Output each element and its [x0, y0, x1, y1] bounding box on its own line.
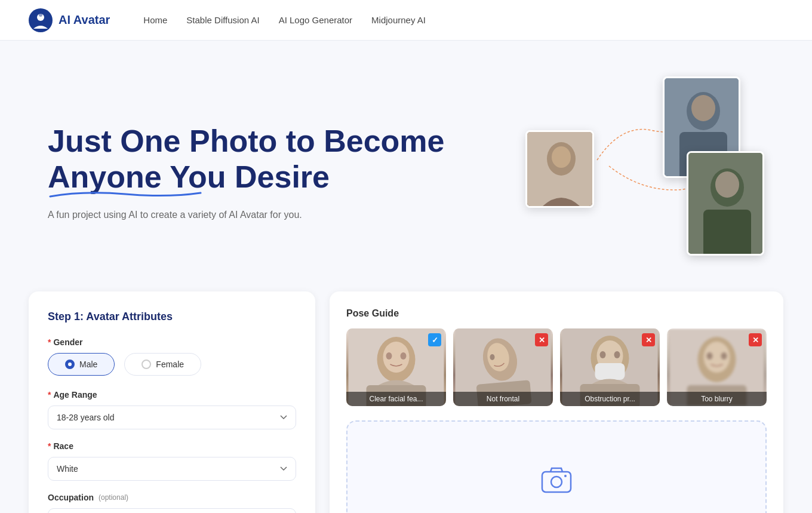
pose-obstruction-label: Obstruction pr... [560, 392, 660, 406]
occupation-field: Occupation (optional) ✕ [48, 493, 296, 513]
hero-section: Just One Photo to Become Anyone You Desi… [0, 41, 812, 291]
svg-point-11 [691, 95, 715, 121]
nav-ai-logo[interactable]: AI Logo Generator [279, 15, 352, 25]
age-range-label: * Age Range [48, 390, 296, 400]
svg-point-25 [490, 354, 495, 360]
pose-obstruction-icon: ✕ [642, 333, 655, 346]
gender-field: * Gender Male Female [48, 337, 296, 376]
logo[interactable]: AI Avatar [29, 8, 110, 32]
avatar-form-panel: Step 1: Avatar Attributes * Gender Male … [29, 291, 315, 513]
svg-point-42 [564, 475, 567, 477]
nav-links: Home Stable Diffusion AI AI Logo Generat… [143, 15, 426, 25]
occupation-optional: (optional) [99, 493, 128, 502]
pose-obstruction: ✕ Obstruction pr... [560, 328, 660, 406]
pose-blurry-label: Too blurry [667, 392, 767, 406]
occupation-input[interactable] [48, 508, 296, 513]
svg-point-20 [401, 352, 407, 360]
gender-options: Male Female [48, 353, 296, 376]
gender-label: * Gender [48, 337, 296, 347]
age-range-field: * Age Range 18-28 years old 29-39 years … [48, 390, 296, 429]
pose-good: ✓ Clear facial fea... [346, 328, 446, 406]
pose-blurry-icon: ✕ [749, 333, 762, 346]
svg-rect-32 [595, 363, 625, 380]
hero-result-image-2 [687, 151, 764, 256]
hero-left: Just One Photo to Become Anyone You Desi… [48, 124, 490, 220]
pose-good-label: Clear facial fea... [346, 392, 446, 406]
navbar: AI Avatar Home Stable Diffusion AI AI Lo… [0, 0, 812, 41]
nav-midjourney[interactable]: Midjourney AI [371, 15, 426, 25]
svg-point-38 [721, 352, 727, 360]
svg-point-15 [715, 171, 739, 198]
pose-guide-panel: Pose Guide ✓ Clear [330, 291, 783, 513]
occupation-label: Occupation (optional) [48, 493, 296, 502]
svg-point-2 [39, 13, 42, 17]
hero-source-image [525, 130, 594, 208]
nav-stable-diffusion[interactable]: Stable Diffusion AI [186, 15, 259, 25]
svg-rect-14 [703, 210, 751, 256]
svg-point-30 [600, 351, 606, 358]
svg-point-7 [552, 146, 571, 168]
gender-male[interactable]: Male [48, 353, 115, 376]
svg-rect-40 [542, 472, 571, 492]
race-field: * Race White Asian Black Hispanic Other [48, 441, 296, 481]
gender-male-radio [65, 360, 75, 369]
title-underline [48, 189, 203, 200]
gender-female-radio [142, 360, 151, 369]
step-title: Step 1: Avatar Attributes [48, 311, 296, 323]
svg-point-37 [707, 352, 713, 360]
gender-female[interactable]: Female [124, 353, 201, 376]
pose-examples-grid: ✓ Clear facial fea... ✕ Not frontal [346, 328, 767, 406]
occupation-input-wrap: ✕ [48, 508, 296, 513]
svg-point-41 [551, 477, 562, 487]
race-required: * [48, 441, 51, 451]
race-label: * Race [48, 441, 296, 451]
nav-home[interactable]: Home [143, 15, 167, 25]
pose-not-frontal: ✕ Not frontal [453, 328, 553, 406]
pose-too-blurry: ✕ Too blurry [667, 328, 767, 406]
age-required: * [48, 390, 51, 400]
pose-not-frontal-icon: ✕ [535, 333, 548, 346]
age-range-select[interactable]: 18-28 years old 29-39 years old 40-50 ye… [48, 406, 296, 429]
hero-images [513, 76, 764, 268]
pose-good-icon: ✓ [428, 333, 441, 346]
main-content: Step 1: Avatar Attributes * Gender Male … [0, 291, 812, 513]
hero-subtitle: A fun project using AI to create a varie… [48, 210, 334, 220]
pose-guide-title: Pose Guide [346, 308, 767, 319]
gender-required: * [48, 337, 51, 347]
hero-title: Just One Photo to Become Anyone You Desi… [48, 124, 490, 195]
camera-icon [541, 465, 572, 496]
pose-not-frontal-label: Not frontal [453, 392, 553, 406]
logo-icon [29, 8, 53, 32]
race-select[interactable]: White Asian Black Hispanic Other [48, 457, 296, 481]
logo-text: AI Avatar [59, 13, 110, 27]
svg-point-31 [614, 351, 620, 358]
svg-point-19 [386, 352, 392, 360]
photo-upload-area[interactable] [346, 420, 767, 513]
